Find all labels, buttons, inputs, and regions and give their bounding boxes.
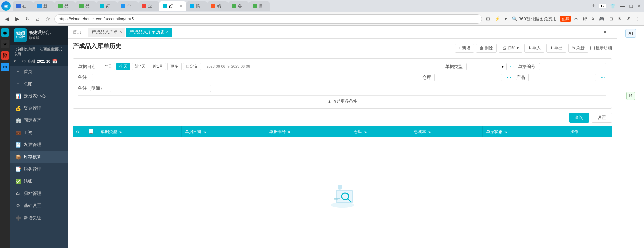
back-button[interactable]: ◀ [3,15,11,23]
browser-tab-4[interactable]: 易... [75,1,96,11]
sidebar-item-fixed-assets[interactable]: 🏢 固定资产 [10,114,68,127]
sidebar-item-invoice[interactable]: 🧾 发票管理 [10,139,68,151]
browser-tab-6[interactable]: 个... [117,1,138,11]
last-month-button[interactable]: 近1月 [150,63,166,70]
warehouse-input[interactable] [434,74,502,81]
sidebar-item-base-settings[interactable]: ⚙ 基础设置 [10,200,68,212]
address-input[interactable] [54,14,482,24]
scissors-icon-button[interactable]: ✂ [573,16,579,22]
print-dropdown-icon[interactable]: ▾ [517,46,519,50]
forward-button[interactable]: ▶ [14,15,21,23]
sidebar-item-tax[interactable]: 📑 税务管理 [10,163,68,175]
col-warehouse[interactable]: 仓库 ⇅ [350,126,410,137]
browser-tab-8[interactable]: 好... ✕ [159,1,186,11]
show-detail-checkbox-label[interactable]: 显示明细 [590,45,612,51]
sidebar-item-funds[interactable]: 💰 资金管理 [10,102,68,114]
minimize-button[interactable]: — [619,3,626,9]
col-doc-date[interactable]: 单据日期 ⇅ [182,126,266,137]
game-icon-button[interactable]: 🎮 [598,16,606,22]
calendar-icon[interactable]: 📅 [52,59,57,64]
sidebar-item-new-entry[interactable]: ➕ 新增凭证 [10,212,68,224]
sort-icon-doc-status[interactable]: ⇅ [504,130,507,134]
doc-number-input[interactable] [539,63,606,70]
sort-icon-doc-type[interactable]: ⇅ [119,130,122,134]
sort-icon-doc-number[interactable]: ⇅ [288,130,290,134]
page-tab-list[interactable]: 产成品入库单 ✕ [88,28,125,37]
table-check-header[interactable] [85,126,97,137]
search-icon-button[interactable]: 🔍 360智能抠图免费用 [510,15,558,23]
today-button[interactable]: 今天 [116,63,130,70]
show-detail-checkbox[interactable] [590,46,595,50]
brightness-icon-button[interactable]: ☀ [616,16,623,22]
app-icon-circle[interactable]: ◉ [1,28,9,37]
more-date-button[interactable]: 更多 [167,63,182,70]
sidebar-item-archive[interactable]: 🗂 归档管理 [10,187,68,200]
company-dropdown-icon[interactable]: ▾ [14,59,16,64]
browser-tab-9[interactable]: 腾... [186,1,207,11]
app-icon-mail[interactable]: ✉ [1,63,9,71]
browser-tab-11[interactable]: 各... [228,1,249,11]
grid-icon-button[interactable]: ⊞ [485,16,491,22]
sort-icon-total-cost[interactable]: ⇅ [428,130,431,134]
import-button[interactable]: ⬇ 导入 [524,44,544,53]
sidebar-item-payroll[interactable]: 💼 工资 [10,127,68,139]
col-total-cost[interactable]: 总成本 ⇅ [410,126,482,137]
product-dots[interactable]: ··· [599,74,606,81]
close-button[interactable]: ✕ [636,3,643,9]
refresh-button[interactable]: ↻ [24,15,31,23]
doc-type-dropdown[interactable]: ▾ [466,63,507,70]
browser-tab-2[interactable]: 新... [33,1,54,11]
table-settings-header[interactable]: ⚙ [73,126,85,137]
product-input[interactable] [528,74,596,81]
sidebar-item-ledger[interactable]: ≡ 总账 [10,78,68,90]
sort-icon-warehouse[interactable]: ⇅ [364,130,367,134]
page-tab-list-close[interactable]: ✕ [119,30,122,34]
table-select-all-checkbox[interactable] [89,129,93,134]
last7-button[interactable]: 近7天 [132,63,148,70]
warehouse-dots[interactable]: ··· [505,74,512,81]
hot-search-button[interactable]: 热搜 [560,16,571,22]
browser-tab-10[interactable]: 畅... [207,1,228,11]
custom-date-button[interactable]: 自定义 [183,63,201,70]
settings-gear-icon[interactable]: ⚙ [22,59,26,64]
page-tab-history[interactable]: 产成品入库单历史 ✕ [126,28,172,37]
collapse-conditions-button[interactable]: ▲ 收起更多条件 [328,98,357,104]
table-settings-icon[interactable]: ⚙ [76,130,80,134]
filter-settings-button[interactable]: 设置 [592,113,612,123]
browser-tab-12[interactable]: 目... [249,1,270,11]
undo-icon-button[interactable]: ↺ [625,16,631,22]
add-icon[interactable]: + [18,59,20,64]
if-panel-button[interactable]: If [626,92,635,100]
home-button[interactable]: ⌂ [34,15,41,23]
col-doc-type[interactable]: 单据类型 ⇅ [97,126,182,137]
page-tab-history-close[interactable]: ✕ [166,30,169,34]
query-button[interactable]: 查询 [569,113,589,123]
translate-icon-button[interactable]: 译 [581,15,589,23]
yesterday-button[interactable]: 昨天 [101,63,115,70]
delete-button[interactable]: 🗑 删除 [476,44,497,53]
refresh-button[interactable]: ↻ 刷新 [568,44,588,53]
breadcrumb-home[interactable]: 首页 [73,29,81,35]
ai-panel-button[interactable]: Ai [625,29,636,38]
maximize-button[interactable]: □ [628,3,634,9]
dropdown-button[interactable]: ▾ [503,16,508,22]
lightning-icon-button[interactable]: ⚡ [493,16,501,22]
browser-tab-1[interactable]: 在... [13,1,33,11]
bookmark-button[interactable]: ☆ [44,15,52,23]
right-panel-close-button[interactable]: ✕ [603,30,607,35]
sidebar-item-reports[interactable]: 📊 云报表中心 [10,90,68,102]
col-doc-number[interactable]: 单据编号 ⇅ [266,126,350,137]
apps-icon-button[interactable]: ⊞ [608,16,614,22]
shirt-icon-button[interactable]: 👕 [609,3,617,9]
browser-tab-5[interactable]: 好... [96,1,117,11]
sidebar-item-checkout[interactable]: ✅ 结账 [10,175,68,187]
sort-icon-doc-date[interactable]: ⇅ [203,130,206,134]
sidebar-item-home[interactable]: ⌂ 首页 [10,66,68,78]
new-button[interactable]: + 新增 [455,44,474,53]
currency-icon-button[interactable]: ¥ [591,16,596,22]
new-tab-button[interactable]: + [591,3,597,10]
browser-tab-7[interactable]: 企... [138,1,159,11]
export-button[interactable]: ⬆ 导出 [546,44,566,53]
col-doc-status[interactable]: 单据状态 ⇅ [482,126,567,137]
browser-tab-3[interactable]: 易... [54,1,75,11]
